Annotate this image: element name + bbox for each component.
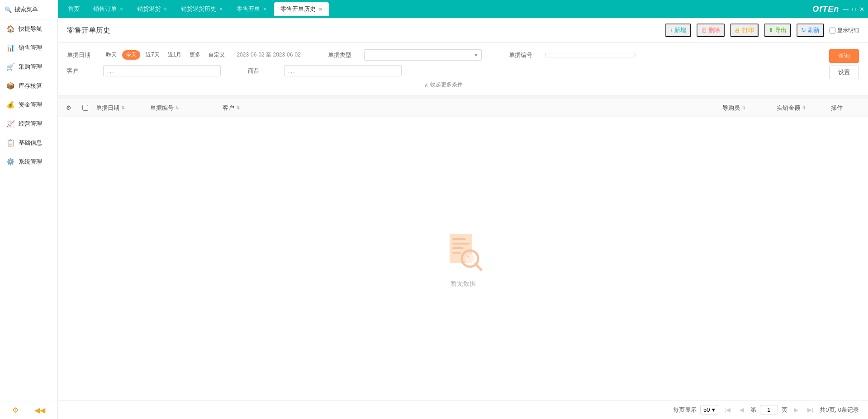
settings-footer-btn[interactable]: ⚙: [12, 406, 19, 414]
page-next-btn[interactable]: ▶: [791, 405, 801, 414]
th-action-label: 操作: [831, 104, 843, 112]
th-date[interactable]: 单据日期 ⇅: [92, 104, 147, 112]
date-btn-7days[interactable]: 近7天: [143, 50, 162, 60]
tab-sales-return-history[interactable]: 销货退货历史✕: [175, 2, 229, 16]
pagination: 每页显示 50 ▾ |◀ ◀ 第 页 ▶ ▶| 共0页, 0条记录: [58, 400, 868, 419]
sidebar-label-quick-nav: 快捷导航: [19, 25, 42, 33]
th-guide-sort-icon: ⇅: [742, 105, 745, 110]
page-header: 零售开单历史 + 新增 🗑 删除 🖨 打印 ⬆ 导出 ↻ 刷新 显示明细: [58, 18, 868, 43]
empty-icon: [441, 229, 486, 274]
sidebar-item-purchase-mgmt[interactable]: 🛒采购管理: [0, 57, 57, 76]
tab-sales-return[interactable]: 销货退货✕: [131, 2, 174, 16]
page-last-btn[interactable]: ▶|: [805, 405, 816, 414]
date-btn-1month[interactable]: 近1月: [165, 50, 185, 60]
order-num-label: 单据编号: [509, 51, 536, 59]
sidebar-label-inventory: 库存核算: [19, 82, 42, 90]
date-btn-more[interactable]: 更多: [187, 50, 203, 60]
tab-close-retail-open-history[interactable]: ✕: [318, 6, 323, 12]
delete-button[interactable]: 🗑 删除: [697, 24, 725, 37]
export-button[interactable]: ⬆ 导出: [764, 24, 792, 37]
tab-retail-open-history[interactable]: 零售开单历史✕: [274, 2, 329, 16]
th-customer-label: 客户: [223, 104, 234, 112]
sidebar-item-quick-nav[interactable]: 🏠快捷导航: [0, 19, 57, 38]
order-type-label: 单据类型: [328, 51, 355, 59]
select-all-checkbox[interactable]: [82, 105, 88, 111]
table-header: ⚙ 单据日期 ⇅ 单据编号 ⇅ 客户 ⇅ 导购员 ⇅: [58, 99, 868, 117]
sidebar-label-sales-mgmt: 销售管理: [19, 44, 42, 52]
window-max-btn[interactable]: □: [852, 6, 856, 13]
sidebar-label-basic-info: 基础信息: [19, 139, 42, 147]
add-button[interactable]: + 新增: [665, 24, 691, 37]
page-first-btn[interactable]: |◀: [722, 405, 733, 414]
tab-close-sales-return-history[interactable]: ✕: [219, 6, 223, 12]
th-ordernum[interactable]: 单据编号 ⇅: [147, 104, 219, 112]
sidebar-item-basic-info[interactable]: 📋基础信息: [0, 133, 57, 152]
page-number-input[interactable]: [760, 405, 778, 414]
refresh-button[interactable]: ↻ 刷新: [797, 24, 824, 37]
th-customer[interactable]: 客户 ⇅: [219, 104, 719, 112]
collapse-footer-btn[interactable]: ◀◀: [34, 406, 45, 414]
display-detail-label[interactable]: 显示明细: [830, 27, 859, 34]
order-num-input[interactable]: [545, 53, 636, 57]
table-section: ⚙ 单据日期 ⇅ 单据编号 ⇅ 客户 ⇅ 导购员 ⇅: [58, 99, 868, 419]
th-guide-label: 导购员: [722, 104, 740, 112]
th-amount-sort-icon: ⇅: [802, 105, 806, 110]
date-btn-custom[interactable]: 自定义: [206, 50, 228, 60]
sidebar-search[interactable]: 🔍 搜索菜单: [0, 0, 57, 19]
customer-input[interactable]: ...: [103, 65, 221, 76]
date-label: 单据日期: [67, 51, 94, 59]
page-size-value: 50: [703, 406, 710, 413]
tab-close-sales-order[interactable]: ✕: [119, 6, 123, 12]
sidebar-item-sales-mgmt[interactable]: 📊销售管理: [0, 38, 57, 57]
page-suffix-label: 页: [782, 406, 787, 414]
filter-row-1: 单据日期 昨天 今天 近7天 近1月 更多 自定义 2023-06-02 至 2…: [67, 49, 820, 61]
svg-point-7: [465, 254, 474, 263]
query-button[interactable]: 查询: [829, 49, 859, 63]
customer-label: 客户: [67, 67, 94, 75]
order-type-select[interactable]: ▾: [364, 49, 482, 61]
th-ordernum-label: 单据编号: [150, 104, 174, 112]
tab-label-sales-order: 销售订单: [93, 5, 117, 13]
filter-settings-button[interactable]: 设置: [829, 66, 859, 79]
tab-label-home: 首页: [68, 5, 80, 13]
sidebar-icon-sys-mgmt: ⚙️: [6, 158, 15, 166]
sidebar-icon-purchase-mgmt: 🛒: [6, 63, 15, 71]
tab-retail-open[interactable]: 零售开单✕: [230, 2, 273, 16]
page-title: 零售开单历史: [67, 26, 110, 35]
toolbar: + 新增 🗑 删除 🖨 打印 ⬆ 导出 ↻ 刷新 显示明细: [665, 24, 859, 37]
window-min-btn[interactable]: —: [843, 6, 849, 13]
th-guide[interactable]: 导购员 ⇅: [719, 104, 773, 112]
print-button[interactable]: 🖨 打印: [730, 24, 759, 37]
window-close-btn[interactable]: ✕: [859, 6, 864, 13]
filter-row-2: 客户 ... 商品 ...: [67, 65, 820, 76]
tab-close-sales-return[interactable]: ✕: [163, 6, 167, 12]
svg-rect-1: [452, 238, 466, 240]
th-settings[interactable]: ⚙: [62, 104, 79, 111]
page-size-select[interactable]: 50 ▾: [700, 405, 718, 414]
tab-close-retail-open[interactable]: ✕: [263, 6, 267, 12]
sidebar-item-sys-mgmt[interactable]: ⚙️系统管理: [0, 152, 57, 171]
tab-label-retail-open-history: 零售开单历史: [280, 5, 316, 13]
sidebar-icon-finance: 💰: [6, 101, 15, 109]
empty-text: 暂无数据: [451, 280, 476, 288]
date-btn-yesterday[interactable]: 昨天: [103, 50, 119, 60]
goods-input[interactable]: ...: [284, 65, 402, 76]
sidebar: 🔍 搜索菜单 🏠快捷导航📊销售管理🛒采购管理📦库存核算💰资金管理📈经营管理📋基础…: [0, 0, 58, 419]
tab-sales-order[interactable]: 销售订单✕: [87, 2, 130, 16]
page-prev-btn[interactable]: ◀: [737, 405, 747, 414]
th-date-sort-icon: ⇅: [121, 105, 125, 110]
th-date-label: 单据日期: [96, 104, 119, 112]
date-btn-today[interactable]: 今天: [122, 50, 140, 60]
sidebar-item-inventory[interactable]: 📦库存核算: [0, 76, 57, 95]
sidebar-icon-inventory: 📦: [6, 82, 15, 90]
th-amount[interactable]: 实销金额 ⇅: [773, 104, 827, 112]
sidebar-label-purchase-mgmt: 采购管理: [19, 63, 42, 71]
display-detail-checkbox[interactable]: [830, 28, 835, 33]
page-total-label: 共0页, 0条记录: [820, 406, 859, 414]
sidebar-item-operations[interactable]: 📈经营管理: [0, 114, 57, 133]
collapse-btn[interactable]: ∧ 收起更多条件: [67, 81, 820, 89]
tab-home[interactable]: 首页: [62, 2, 86, 16]
content-area: 零售开单历史 + 新增 🗑 删除 🖨 打印 ⬆ 导出 ↻ 刷新 显示明细 单据: [58, 18, 868, 419]
th-checkbox[interactable]: [79, 105, 92, 111]
sidebar-item-finance[interactable]: 💰资金管理: [0, 95, 57, 114]
